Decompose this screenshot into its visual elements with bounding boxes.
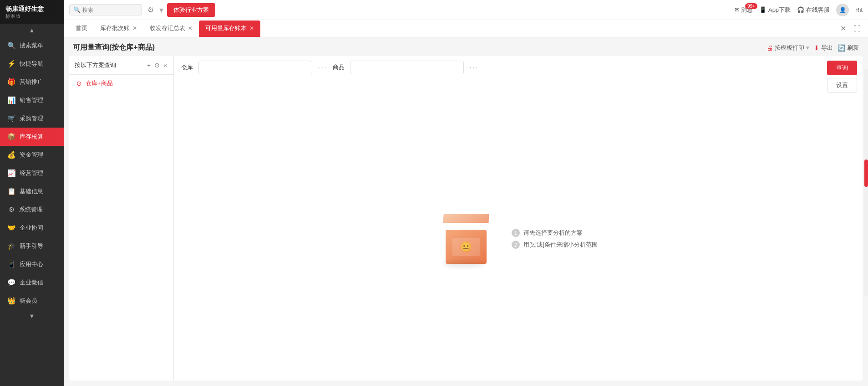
sidebar-item-wechat[interactable]: 💬 企业微信 xyxy=(0,273,64,292)
expand-button[interactable]: ⛶ xyxy=(852,23,863,35)
newbie-icon: 🎓 xyxy=(7,242,16,250)
online-service-label: 在线客服 xyxy=(806,6,830,14)
sidebar-scroll-down[interactable]: ▼ xyxy=(0,310,64,322)
page-actions: 🖨 按模板打印 ▾ ⬇ 导出 🔄 刷新 xyxy=(766,44,859,52)
tab-label: 库存批次账 xyxy=(100,24,130,32)
sidebar-item-vip[interactable]: 👑 畅会员 xyxy=(0,292,64,310)
dropdown-icon[interactable]: ▾ xyxy=(159,5,163,15)
empty-illustration: 😐 xyxy=(439,214,493,264)
warehouse-input[interactable] xyxy=(198,61,312,74)
close-tab-button[interactable]: ✕ xyxy=(838,22,848,35)
empty-state-content: 😐 1 请先选择要分析的方案 2 xyxy=(439,214,598,264)
sidebar-item-label: 基础信息 xyxy=(20,187,43,196)
box-icon: 😐 xyxy=(460,241,472,253)
right-panel: 仓库 ··· 商品 ··· 查询 设置 xyxy=(174,56,863,381)
query-settings-col: 查询 设置 xyxy=(822,56,863,97)
enterprise-icon: 🤝 xyxy=(7,224,16,232)
operations-icon: 📈 xyxy=(7,169,16,177)
tab-close-icon[interactable]: ✕ xyxy=(132,25,137,31)
warehouse-label: 仓库 xyxy=(181,63,193,72)
print-button[interactable]: 🖨 按模板打印 ▾ xyxy=(766,44,809,52)
scrollbar-thumb[interactable] xyxy=(864,160,868,187)
app-download-icon: 📱 xyxy=(759,6,766,13)
sidebar-item-purchase[interactable]: 🛒 采购管理 xyxy=(0,109,64,128)
product-label: 商品 xyxy=(333,63,345,72)
tip-num-2: 2 xyxy=(512,241,520,249)
tip-text-2: 用[过滤]条件来缩小分析范围 xyxy=(523,241,598,249)
left-panel-header: 按以下方案查询 + ⊙ « xyxy=(69,56,173,75)
refresh-button[interactable]: 🔄 刷新 xyxy=(838,44,859,52)
refresh-label: 刷新 xyxy=(847,44,859,52)
sidebar-item-operations[interactable]: 📈 经营管理 xyxy=(0,164,64,182)
search-input[interactable] xyxy=(82,7,128,13)
message-icon: ✉ xyxy=(735,6,740,13)
left-panel-title: 按以下方案查询 xyxy=(75,61,142,69)
content-area: 按以下方案查询 + ⊙ « ⊙ 仓库+商品 仓库 ··· xyxy=(69,56,863,381)
purchase-icon: 🛒 xyxy=(7,114,16,123)
collapse-panel-button[interactable]: « xyxy=(162,61,168,70)
sidebar-item-basic-info[interactable]: 📋 基础信息 xyxy=(0,182,64,201)
gear-icon[interactable]: ⚙ xyxy=(147,5,154,14)
topbar-search-box[interactable]: 🔍 xyxy=(69,4,142,15)
app-center-icon: 📱 xyxy=(7,260,16,268)
message-badge[interactable]: ✉ 消息 99+ xyxy=(735,6,753,14)
query-button[interactable]: 查询 xyxy=(827,61,857,75)
settings-button[interactable]: 设置 xyxy=(827,78,857,93)
sidebar-item-system[interactable]: ⚙ 系统管理 xyxy=(0,201,64,219)
scheme-icon: ⊙ xyxy=(76,80,82,87)
scheme-label: 仓库+商品 xyxy=(86,79,113,87)
left-panel: 按以下方案查询 + ⊙ « ⊙ 仓库+商品 xyxy=(69,56,174,381)
search-icon: 🔍 xyxy=(73,6,81,13)
message-count: 99+ xyxy=(745,3,757,9)
print-label: 按模板打印 xyxy=(775,44,804,52)
sidebar-item-quick-nav[interactable]: ⚡ 快捷导航 xyxy=(0,55,64,73)
sidebar-item-enterprise[interactable]: 🤝 企业协同 xyxy=(0,219,64,237)
tip-text-1: 请先选择要分析的方案 xyxy=(523,229,583,237)
export-icon: ⬇ xyxy=(814,44,819,51)
marketing-icon: 🎁 xyxy=(7,78,16,86)
add-scheme-button[interactable]: + xyxy=(146,61,152,70)
sidebar-item-finance[interactable]: 💰 资金管理 xyxy=(0,146,64,164)
tab-close-icon[interactable]: ✕ xyxy=(188,25,193,31)
topbar-right: ✉ 消息 99+ 📱 App下载 🎧 在线客服 👤 Rit xyxy=(735,4,863,16)
sidebar-item-sales[interactable]: 📊 销售管理 xyxy=(0,91,64,109)
industry-solution-button[interactable]: 体验行业方案 xyxy=(167,3,215,17)
sidebar-item-label: 资金管理 xyxy=(20,151,43,159)
sidebar-item-marketing[interactable]: 🎁 营销推广 xyxy=(0,73,64,91)
product-input[interactable] xyxy=(350,61,464,74)
app-download-btn[interactable]: 📱 App下载 xyxy=(759,6,791,14)
product-more-icon[interactable]: ··· xyxy=(469,63,479,72)
finance-icon: 💰 xyxy=(7,151,16,159)
online-service-btn[interactable]: 🎧 在线客服 xyxy=(797,6,830,14)
print-dropdown-icon[interactable]: ▾ xyxy=(806,44,809,51)
filters-section: 仓库 ··· 商品 ··· xyxy=(174,56,822,82)
sidebar-item-label: 企业微信 xyxy=(20,278,43,287)
sidebar-item-inventory[interactable]: 📦 库存核算 xyxy=(0,128,64,146)
scheme-settings-button[interactable]: ⊙ xyxy=(153,61,161,70)
tab-label: 首页 xyxy=(76,24,87,32)
sidebar-scroll-up[interactable]: ▲ xyxy=(0,24,64,36)
tab-stock-summary[interactable]: 收发存汇总表 ✕ xyxy=(143,21,199,37)
sidebar-item-search[interactable]: 🔍 搜索菜单 xyxy=(0,36,64,55)
refresh-icon: 🔄 xyxy=(838,44,845,51)
topbar: 🔍 ⚙ ▾ 体验行业方案 ✉ 消息 99+ 📱 App下载 🎧 在线客服 👤 xyxy=(64,0,868,20)
sidebar-item-label: 营销推广 xyxy=(20,78,43,86)
tab-inventory-batch[interactable]: 库存批次账 ✕ xyxy=(94,21,143,37)
scrollbar-track[interactable] xyxy=(864,68,868,296)
sidebar-item-label: 库存核算 xyxy=(20,133,43,141)
app-logo: 畅康通好生意 标准版 xyxy=(0,0,64,24)
tab-close-icon[interactable]: ✕ xyxy=(249,25,254,31)
tab-home[interactable]: 首页 xyxy=(69,21,94,37)
export-button[interactable]: ⬇ 导出 xyxy=(814,44,833,52)
sidebar-item-app-center[interactable]: 📱 应用中心 xyxy=(0,255,64,273)
tip-num-1: 1 xyxy=(512,229,520,237)
sidebar-item-label: 新手引导 xyxy=(20,242,43,250)
page-title: 可用量查询(按仓库+商品) xyxy=(73,43,155,52)
page-header: 可用量查询(按仓库+商品) 🖨 按模板打印 ▾ ⬇ 导出 🔄 刷新 xyxy=(64,37,868,56)
basic-info-icon: 📋 xyxy=(7,187,16,196)
warehouse-more-icon[interactable]: ··· xyxy=(318,63,327,72)
scheme-item[interactable]: ⊙ 仓库+商品 xyxy=(69,75,173,92)
sidebar-item-newbie[interactable]: 🎓 新手引导 xyxy=(0,237,64,255)
box-shadow xyxy=(443,261,484,268)
tab-available-stock[interactable]: 可用量库存账本 ✕ xyxy=(199,21,260,37)
